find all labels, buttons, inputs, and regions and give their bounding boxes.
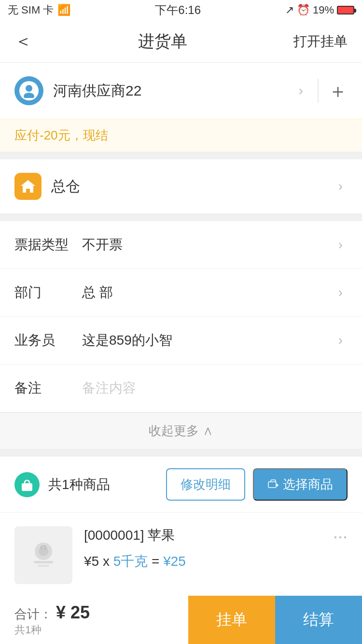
remark-input[interactable]: 备注内容	[82, 379, 348, 397]
person-icon	[22, 84, 36, 98]
products-card: 共1种商品 修改明细 选择商品	[0, 457, 362, 598]
home-icon	[20, 178, 36, 195]
nav-bar: ＜ 进货单 打开挂单	[0, 20, 362, 63]
invoice-type-label: 票据类型	[14, 236, 82, 254]
salesperson-label: 业务员	[14, 331, 82, 350]
product-more-button[interactable]: ···	[325, 526, 348, 546]
select-product-button[interactable]: 选择商品	[253, 468, 348, 501]
quantity-value: 5千克	[113, 554, 148, 569]
warehouse-chevron-icon: ›	[338, 179, 343, 194]
warehouse-row[interactable]: 总仓 ›	[0, 159, 362, 213]
warehouse-name: 总仓	[51, 177, 338, 196]
total-value: ¥ 25	[56, 602, 90, 623]
status-left: 无 SIM 卡 📶	[8, 3, 70, 17]
supplier-notice: 应付-20元，现结	[0, 119, 362, 152]
supplier-chevron-icon: ›	[299, 83, 303, 98]
hang-button[interactable]: 挂单	[188, 596, 275, 644]
back-button[interactable]: ＜	[14, 29, 32, 53]
product-name: [0000001] 苹果	[84, 526, 325, 545]
department-row[interactable]: 部门 总 部 ›	[0, 269, 362, 317]
collapse-button[interactable]: 收起更多 ∧	[0, 412, 362, 449]
svg-rect-12	[38, 565, 49, 567]
supplier-add-button[interactable]: ＋	[328, 78, 348, 104]
time-text: 下午6:16	[155, 2, 201, 18]
carrier-text: 无 SIM 卡	[8, 3, 54, 17]
svg-marker-2	[21, 180, 35, 186]
salesperson-value: 这是859的小智	[82, 331, 338, 350]
status-right: ↗ ⏰ 19%	[285, 4, 354, 16]
svg-rect-4	[26, 189, 30, 193]
supplier-avatar	[14, 76, 43, 105]
equals-sign: =	[148, 554, 163, 569]
total-label: 合计：	[14, 606, 52, 623]
product-item: [0000001] 苹果 ¥5 x 5千克 = ¥25 ···	[0, 513, 362, 598]
product-price: ¥5 x 5千克 = ¥25	[84, 552, 325, 571]
edit-detail-button[interactable]: 修改明细	[166, 468, 245, 501]
battery-icon	[337, 6, 354, 14]
open-pending-button[interactable]: 打开挂单	[293, 32, 348, 51]
supplier-card: 河南供应商22 › ＋ 应付-20元，现结	[0, 63, 362, 152]
salesperson-chevron-icon: ›	[338, 333, 343, 348]
warehouse-icon	[14, 173, 42, 200]
svg-rect-6	[268, 482, 276, 488]
warehouse-card: 总仓 ›	[0, 159, 362, 213]
form-card: 票据类型 不开票 › 部门 总 部 › 业务员 这是859的小智 › 备注 备注…	[0, 221, 362, 449]
invoice-type-value: 不开票	[82, 236, 338, 254]
invoice-type-row[interactable]: 票据类型 不开票 ›	[0, 221, 362, 269]
product-code: [0000001]	[84, 528, 148, 543]
battery-percent: 19%	[313, 4, 334, 16]
department-value: 总 部	[82, 283, 338, 302]
product-thumbnail	[14, 526, 72, 584]
department-chevron-icon: ›	[338, 285, 343, 300]
cart-icon	[267, 479, 279, 490]
product-info: [0000001] 苹果 ¥5 x 5千克 = ¥25	[84, 526, 325, 571]
supplier-name: 河南供应商22	[53, 81, 299, 101]
shopping-bag-icon	[20, 477, 34, 492]
svg-rect-11	[34, 561, 53, 563]
wifi-icon: 📶	[57, 4, 70, 16]
unit-price: ¥5 x	[84, 554, 113, 569]
status-bar: 无 SIM 卡 📶 下午6:16 ↗ ⏰ 19%	[0, 0, 362, 20]
main-content: 河南供应商22 › ＋ 应付-20元，现结 总仓 › 票据类型 不开票 ›	[0, 63, 362, 644]
products-icon	[14, 472, 40, 497]
supplier-row[interactable]: 河南供应商22 › ＋	[0, 63, 362, 119]
remark-label: 备注	[14, 379, 82, 397]
alarm-icon: ⏰	[297, 4, 310, 16]
bottom-count: 共1种	[14, 623, 174, 637]
products-count: 共1种商品	[48, 476, 166, 494]
checkout-button[interactable]: 结算	[275, 596, 362, 644]
supplier-divider	[318, 79, 319, 103]
remark-row[interactable]: 备注 备注内容	[0, 364, 362, 412]
invoice-type-chevron-icon: ›	[338, 237, 343, 252]
svg-point-1	[24, 93, 34, 98]
svg-point-14	[44, 547, 46, 549]
product-title: 苹果	[148, 528, 175, 543]
bottom-bar: 合计： ¥ 25 共1种 挂单 结算	[0, 596, 362, 644]
location-icon: ↗	[285, 4, 294, 16]
bottom-summary: 合计： ¥ 25 共1种	[0, 596, 188, 644]
total-row: 合计： ¥ 25	[14, 602, 174, 623]
svg-point-13	[41, 547, 42, 549]
salesperson-row[interactable]: 业务员 这是859的小智 ›	[0, 317, 362, 364]
subtotal-value: ¥25	[163, 554, 186, 569]
svg-point-10	[39, 546, 48, 556]
page-title: 进货单	[138, 30, 187, 53]
svg-point-0	[26, 85, 32, 92]
product-default-image	[24, 536, 63, 574]
products-header: 共1种商品 修改明细 选择商品	[0, 457, 362, 513]
department-label: 部门	[14, 283, 82, 302]
select-product-label: 选择商品	[283, 476, 333, 493]
svg-rect-5	[22, 483, 32, 491]
